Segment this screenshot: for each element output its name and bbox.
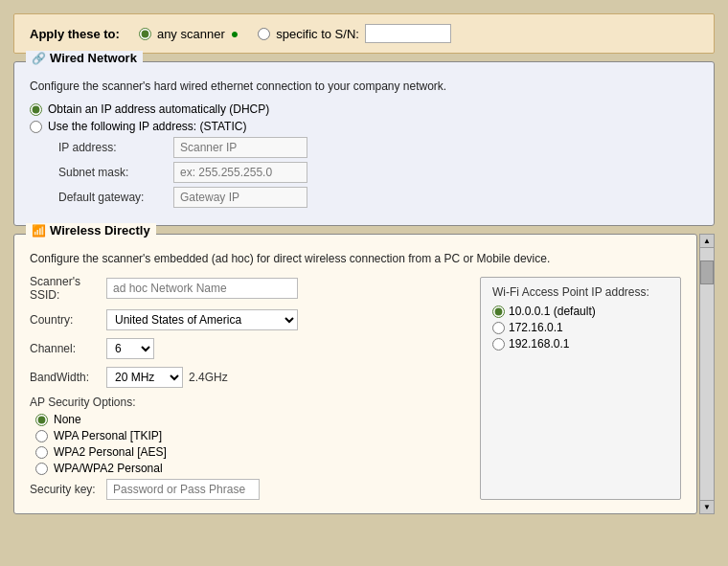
wired-network-desc: Configure the scanner's hard wired ether…: [30, 79, 698, 93]
wireless-icon: 📶: [32, 224, 46, 238]
channel-select[interactable]: 12345 67891011: [106, 338, 154, 359]
ssid-label: Scanner's SSID:: [30, 275, 106, 302]
wired-network-title: 🔗 Wired Network: [26, 51, 143, 65]
country-select[interactable]: United States of America Canada United K…: [106, 309, 298, 330]
scroll-track[interactable]: [700, 248, 714, 500]
security-none-label: None: [54, 413, 81, 426]
security-key-input[interactable]: [106, 479, 260, 500]
static-radio[interactable]: [30, 121, 42, 133]
static-label: Use the following IP address: (STATIC): [48, 120, 246, 133]
wifi-ip-1-label: 10.0.0.1 (default): [509, 305, 596, 318]
apply-settings-bar: Apply these to: any scanner ● specific t…: [13, 13, 715, 54]
default-gateway-input[interactable]: [173, 187, 307, 208]
security-wpa-wpa2-option[interactable]: WPA/WPA2 Personal: [30, 462, 480, 475]
wireless-main-content: Scanner's SSID: Country: United States o…: [30, 275, 681, 500]
static-option[interactable]: Use the following IP address: (STATIC): [30, 120, 698, 133]
dhcp-label: Obtain an IP address automatically (DHCP…: [48, 102, 269, 116]
bandwidth-row: BandWidth: 20 MHz 40 MHz 2.4GHz: [30, 367, 480, 388]
wifi-option-3[interactable]: 192.168.0.1: [492, 337, 669, 351]
any-scanner-option[interactable]: any scanner ●: [139, 26, 239, 41]
subnet-mask-row: Subnet mask:: [30, 162, 698, 183]
security-options-label: AP Security Options:: [30, 396, 480, 409]
default-gateway-label: Default gateway:: [58, 191, 173, 204]
wifi-ip-2-radio[interactable]: [492, 322, 505, 334]
scroll-down-button[interactable]: ▼: [700, 500, 714, 513]
scroll-up-button[interactable]: ▲: [700, 235, 714, 248]
any-scanner-check-icon: ●: [231, 26, 239, 41]
security-wpa2-aes-label: WPA2 Personal [AES]: [54, 445, 167, 459]
security-wpa-wpa2-radio[interactable]: [35, 463, 48, 475]
security-key-row: Security key:: [30, 479, 480, 500]
wifi-option-2[interactable]: 172.16.0.1: [492, 321, 669, 334]
subnet-mask-input[interactable]: [173, 162, 307, 183]
specific-sn-radio[interactable]: [258, 28, 270, 40]
security-key-label: Security key:: [30, 483, 106, 496]
security-wpa2-aes-radio[interactable]: [35, 446, 48, 459]
scroll-thumb[interactable]: [700, 260, 714, 284]
wifi-access-point-panel: Wi-Fi Access Point IP address: 10.0.0.1 …: [480, 277, 681, 500]
wifi-access-title: Wi-Fi Access Point IP address:: [492, 285, 669, 299]
country-label: Country:: [30, 313, 106, 327]
serial-number-input[interactable]: [365, 24, 451, 43]
default-gateway-row: Default gateway:: [30, 187, 698, 208]
wifi-ip-1-radio[interactable]: [492, 306, 505, 318]
security-wpa-tkip-option[interactable]: WPA Personal [TKIP]: [30, 429, 480, 442]
wireless-directly-section: 📶 Wireless Directly Configure the scanne…: [13, 234, 697, 514]
wifi-option-1[interactable]: 10.0.0.1 (default): [492, 305, 669, 318]
security-wpa-tkip-radio[interactable]: [35, 430, 48, 442]
subnet-mask-label: Subnet mask:: [58, 166, 173, 179]
wireless-directly-title: 📶 Wireless Directly: [26, 223, 156, 238]
scrollbar[interactable]: ▲ ▼: [699, 234, 715, 514]
wired-network-icon: 🔗: [32, 52, 46, 65]
security-wpa-wpa2-label: WPA/WPA2 Personal: [54, 462, 163, 475]
any-scanner-radio[interactable]: [139, 28, 151, 40]
security-none-option[interactable]: None: [30, 413, 480, 426]
channel-row: Channel: 12345 67891011: [30, 338, 480, 359]
specific-sn-label: specific to S/N:: [276, 27, 359, 41]
country-row: Country: United States of America Canada…: [30, 309, 480, 330]
wifi-ip-3-label: 192.168.0.1: [509, 337, 569, 351]
security-none-radio[interactable]: [35, 414, 48, 426]
bandwidth-label: BandWidth:: [30, 371, 106, 384]
dhcp-radio[interactable]: [30, 103, 42, 116]
bandwidth-select[interactable]: 20 MHz 40 MHz: [106, 367, 183, 388]
channel-label: Channel:: [30, 342, 106, 355]
wifi-ip-2-label: 172.16.0.1: [509, 321, 563, 334]
ip-address-row: IP address:: [30, 137, 698, 158]
wifi-ip-3-radio[interactable]: [492, 338, 505, 351]
apply-label: Apply these to:: [30, 27, 120, 41]
ip-address-input[interactable]: [173, 137, 307, 158]
dhcp-option[interactable]: Obtain an IP address automatically (DHCP…: [30, 102, 698, 116]
specific-sn-option[interactable]: specific to S/N:: [258, 24, 451, 43]
ssid-input[interactable]: [106, 278, 298, 299]
any-scanner-label: any scanner: [157, 27, 225, 41]
wireless-left-col: Scanner's SSID: Country: United States o…: [30, 275, 480, 500]
ip-address-label: IP address:: [58, 141, 173, 154]
security-wpa2-aes-option[interactable]: WPA2 Personal [AES]: [30, 445, 480, 459]
wireless-desc: Configure the scanner's embedded (ad hoc…: [30, 252, 681, 265]
security-wpa-tkip-label: WPA Personal [TKIP]: [54, 429, 162, 442]
security-options-group: AP Security Options: None WPA Personal […: [30, 396, 480, 475]
bandwidth-unit: 2.4GHz: [189, 371, 228, 384]
wired-network-section: 🔗 Wired Network Configure the scanner's …: [13, 61, 715, 226]
ssid-row: Scanner's SSID:: [30, 275, 480, 302]
